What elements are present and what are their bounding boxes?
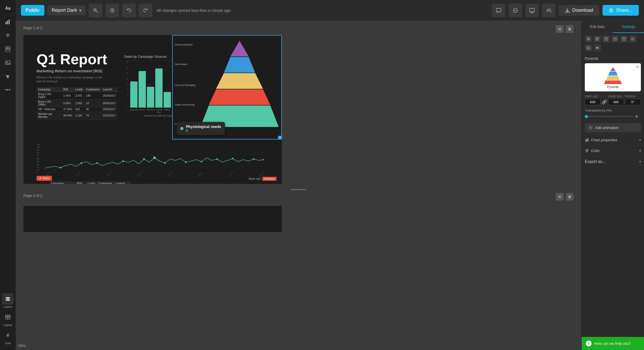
svg-rect-14	[6, 297, 10, 298]
roi-table2: Campaign ROI Leads Customers Launch Brin…	[50, 181, 130, 184]
svg-rect-2	[9, 20, 10, 24]
duplicate-page2-btn[interactable]: ⧉	[556, 193, 564, 201]
share-badge[interactable]: ⬆ Share	[37, 176, 52, 181]
th-customers: Customers	[85, 87, 101, 92]
height-input[interactable]	[608, 99, 624, 105]
share-btn-label: Share	[42, 177, 49, 180]
layers-icon-btn[interactable]	[585, 35, 592, 43]
animation-icon	[588, 126, 593, 130]
height-label: Height (px)	[608, 95, 624, 98]
svg-rect-77	[605, 38, 607, 39]
svg-rect-5	[5, 47, 8, 49]
present-button[interactable]	[525, 4, 539, 17]
settings-icon-toolbar	[582, 33, 644, 54]
sidebar-item-more[interactable]: •••	[2, 84, 14, 96]
rotation-input[interactable]	[625, 99, 641, 105]
redo-button[interactable]	[139, 4, 152, 17]
distribute-btn[interactable]	[594, 44, 601, 51]
chart-type-preview[interactable]: Pyramid ✏	[585, 63, 641, 91]
chat-button[interactable]	[509, 4, 522, 17]
svg-rect-88	[587, 46, 588, 49]
public-button[interactable]: Public	[21, 5, 44, 16]
delete-page-btn[interactable]: 🗑	[566, 25, 574, 33]
sidebar-item-charts[interactable]	[2, 16, 14, 28]
report-name: Report Dark	[52, 8, 77, 13]
svg-point-12	[9, 75, 10, 76]
layers-label: Layers	[3, 305, 12, 308]
th-leads: Leads	[74, 87, 85, 92]
svg-point-29	[547, 9, 549, 10]
align-top-btn[interactable]	[620, 35, 628, 43]
align-right-btn[interactable]	[611, 35, 619, 43]
chart-properties-row[interactable]: Chart properties ▾	[582, 135, 644, 145]
history-button[interactable]	[105, 4, 119, 17]
roi-title: Marketing Return on Investment (ROI)	[37, 69, 102, 73]
comment-icon-button[interactable]	[492, 4, 505, 17]
align-middle-btn[interactable]	[629, 35, 636, 43]
bar-email	[139, 71, 146, 108]
link-dimensions-icon: 🔗	[602, 95, 607, 104]
tab-edit-data[interactable]: Edit data	[582, 21, 613, 33]
rotation-label: Rotation	[625, 95, 641, 98]
edit-chart-type-btn[interactable]: ✏	[636, 65, 639, 69]
width-input[interactable]	[585, 99, 601, 105]
svg-rect-76	[605, 37, 608, 40]
roi-table: Campaign ROI Leads Customers Launch Brin…	[37, 87, 117, 119]
svg-point-66	[232, 158, 234, 159]
sidebar-item-layout[interactable]	[2, 43, 14, 55]
export-row[interactable]: Export as... ▾	[582, 156, 644, 167]
undo-button[interactable]	[122, 4, 136, 17]
infogram-badge: Infogram	[262, 177, 277, 181]
key-button[interactable]	[89, 4, 102, 17]
color-label: Color	[591, 149, 600, 153]
svg-rect-23	[496, 8, 501, 12]
align-center-btn[interactable]	[603, 35, 610, 43]
table-row: VIP - Welcome 47.30% 620 40 05/05/2017	[37, 107, 117, 112]
sidebar-item-themes[interactable]	[2, 71, 14, 82]
svg-rect-101	[588, 138, 588, 142]
sidebar-item-text[interactable]: Aa	[2, 3, 14, 14]
transparency-slider[interactable]	[585, 116, 634, 117]
svg-rect-15	[6, 299, 10, 299]
download-button[interactable]: Download	[559, 5, 599, 16]
resize-handle[interactable]	[278, 136, 281, 139]
sidebar-item-layout2[interactable]: Layout	[2, 311, 14, 326]
canvas-page2	[23, 206, 282, 232]
svg-rect-18	[5, 317, 8, 319]
svg-rect-28	[530, 8, 534, 12]
color-row[interactable]: Color ▾	[582, 145, 644, 156]
add-animation-button[interactable]: Add animation	[585, 123, 641, 132]
svg-rect-71	[587, 40, 590, 40]
sidebar-item-maps[interactable]	[2, 30, 14, 41]
sidebar-item-layers[interactable]: Layers	[2, 293, 14, 308]
pyramid-label-self-actualization: Self-actualization	[175, 43, 193, 46]
svg-rect-78	[606, 39, 607, 40]
download-label: Download	[572, 8, 593, 13]
collab-button[interactable]	[542, 4, 556, 17]
add-animation-label: Add animation	[595, 126, 619, 130]
th-launch: Launch	[101, 87, 117, 92]
chart-type-label: Pyramid	[582, 54, 644, 63]
svg-point-57	[81, 162, 82, 164]
svg-marker-42	[216, 73, 263, 89]
width-label: Width (px)	[585, 95, 601, 98]
canvas-page1: Q1 Report Marketing Return on Investment…	[23, 35, 282, 184]
help-bar[interactable]: ? How can we help you?	[582, 337, 644, 350]
delete-page2-btn[interactable]: 🗑	[566, 193, 574, 201]
svg-point-67	[253, 158, 254, 160]
table-row: Bring it ON - Offline 0.85% 2,069 18 28/…	[37, 100, 117, 107]
main-canvas-area: Page 1 of 2 ⧉ 🗑 Q1 Report Marketing Retu…	[16, 21, 581, 350]
transparency-thumb[interactable]	[585, 115, 588, 118]
left-sidebar: Aa	[0, 0, 16, 350]
report-title-dropdown[interactable]: Report Dark ▾	[47, 5, 86, 15]
share-button[interactable]: Share...	[603, 5, 639, 16]
svg-rect-70	[587, 39, 590, 39]
svg-rect-0	[5, 22, 7, 24]
tab-settings[interactable]: Settings	[613, 21, 644, 33]
align-bottom-btn[interactable]	[585, 44, 592, 51]
sidebar-item-grid[interactable]: # Grid	[2, 330, 14, 345]
duplicate-page-btn[interactable]: ⧉	[556, 25, 564, 33]
scroll-indicator	[291, 189, 306, 190]
sidebar-item-images[interactable]	[2, 57, 14, 68]
align-left-btn[interactable]	[594, 35, 601, 43]
